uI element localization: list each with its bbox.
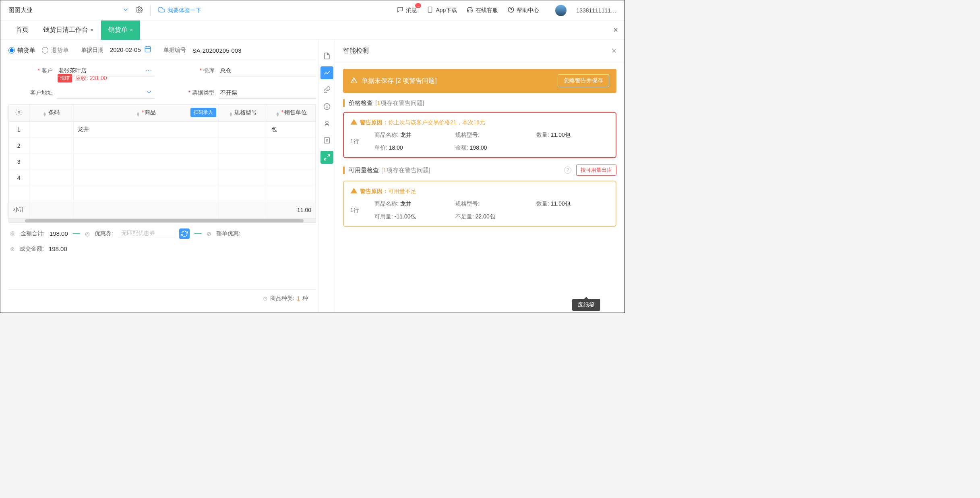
svg-line-13 [327,154,329,156]
minus-icon: — [194,229,202,238]
check-icon[interactable] [320,66,333,79]
ship-by-available-button[interactable]: 按可用量出库 [576,165,616,176]
yen-icon: ㊎ [10,230,16,237]
tab-home[interactable]: 首页 [8,21,36,40]
sort-icon: ▲▼ [276,112,280,117]
doc-icon[interactable] [320,49,333,62]
radio-sales[interactable]: 销货单 [8,47,35,54]
app-download-link[interactable]: App下载 [427,6,457,14]
date-input[interactable]: 2020-02-05 [110,45,151,55]
svg-rect-5 [145,47,151,52]
trash-button[interactable]: 废纸篓 [572,299,600,311]
horizontal-scrollbar[interactable] [9,218,316,222]
warning-icon [350,118,358,127]
col-barcode[interactable]: ▲▼条码 [29,105,73,121]
side-toolbar [318,40,335,313]
svg-point-10 [324,104,330,110]
table-row[interactable]: 3 [9,154,316,170]
trial-link[interactable]: 我要体验一下 [158,6,201,14]
scan-button[interactable]: 扫码录入 [190,108,216,117]
close-icon[interactable]: × [612,46,616,56]
warehouse-input[interactable]: 总仓 [219,65,316,76]
mobile-icon [427,6,433,14]
svg-point-9 [18,111,20,113]
warning-card: 警告原因：你上次与该客户交易价格21，本次18元 1行 商品名称: 龙井 规格型… [343,112,616,158]
link-icon[interactable] [320,83,333,96]
footer-bar: ⊙ 商品种类: 1 种 [8,289,316,307]
col-unit[interactable]: ▲▼销售单位 [267,105,316,121]
gear-icon[interactable] [136,6,143,14]
svg-rect-1 [428,7,432,12]
username: 13381111111… [576,7,616,14]
doc-number: SA-20200205-003 [192,47,242,54]
warning-icon [350,76,358,85]
org-selector[interactable]: 图图大业 [8,6,129,14]
panel-title: 智能检测 [343,47,369,55]
discount-icon: ⊘ [207,230,211,237]
address-input[interactable] [57,87,154,99]
table-row[interactable]: 4 [9,170,316,186]
tabs-row: 首页 钱货日清工作台× 销货单× × [0,21,624,40]
table-row[interactable] [9,186,316,202]
invoice-input[interactable]: 不开票 [219,87,316,99]
minus-icon: — [73,229,80,238]
chat-icon [397,6,403,14]
inspection-panel: 智能检测 × 单据未保存 [2 项警告问题] 忽略警告并保存 价格检查 [1项存… [335,40,624,313]
customer-input[interactable]: 老张茶叶店··· [57,65,154,76]
close-icon[interactable]: × [130,27,133,33]
col-spec[interactable]: ▲▼规格型号 [219,105,267,121]
list-icon: ⊙ [263,295,268,302]
more-icon[interactable]: ··· [145,68,153,74]
section-stock-check: 可用量检查 [1项存在警告问题] [343,167,430,174]
sort-icon: ▲▼ [43,112,47,117]
calendar-icon [144,45,151,54]
warning-card: 警告原因：可用量不足 1行 商品名称: 龙井 规格型号: 数量: 11.00包 … [343,181,616,227]
svg-point-0 [139,9,141,11]
help-icon[interactable]: ? [564,167,571,174]
ignore-save-button[interactable]: 忽略警告并保存 [558,74,609,87]
deal-icon: ⊛ [10,246,15,252]
table-row[interactable]: 2 [9,138,316,154]
close-icon[interactable]: × [91,27,94,33]
help-link[interactable]: 帮助中心 [508,6,539,14]
customer-service-link[interactable]: 在线客服 [467,6,498,14]
top-links: 消息 App下载 在线客服 帮助中心 13381111111… [397,5,616,16]
svg-point-11 [326,121,328,123]
radio-return[interactable]: 退货单 [42,47,69,54]
svg-line-14 [324,158,326,160]
yen-icon[interactable] [320,134,333,147]
col-product[interactable]: ▲▼商品扫码录入 [73,105,219,121]
ticket-icon: ◎ [85,230,90,237]
chevron-down-icon [122,6,129,14]
org-name: 图图大业 [8,6,33,14]
topbar: 图图大业 我要体验一下 消息 App下载 在线客服 帮助中心 133811111… [0,0,624,21]
sales-form: 销货单 退货单 单据日期 2020-02-05 单据编号 SA-20200205… [0,40,318,313]
sort-icon: ▲▼ [136,112,140,117]
tab-sales[interactable]: 销货单× [101,21,141,40]
avatar[interactable] [555,5,566,16]
headset-icon [467,6,473,14]
coupon-input[interactable]: 无匹配优惠券 [118,229,174,238]
tab-dashboard[interactable]: 钱货日清工作台× [36,21,101,40]
divider [150,5,151,16]
sort-icon: ▲▼ [229,112,233,117]
gear-icon[interactable] [15,111,23,117]
chevron-down-icon [145,88,153,97]
refresh-button[interactable] [179,228,190,239]
close-all-icon[interactable]: × [613,25,618,35]
warning-banner: 单据未保存 [2 项警告问题] 忽略警告并保存 [343,69,616,93]
table-row[interactable]: 1龙井包 [9,121,316,138]
exchange-icon[interactable] [320,100,333,113]
user-icon[interactable] [320,117,333,130]
section-price-check: 价格检查 [1项存在警告问题] [343,99,616,107]
items-table: ▲▼条码 ▲▼商品扫码录入 ▲▼规格型号 ▲▼销售单位 1龙井包 2 3 4 [8,104,316,223]
messages-link[interactable]: 消息 [397,6,417,14]
help-icon [508,6,514,14]
cloud-icon [158,6,165,14]
warning-icon [350,187,358,195]
expand-icon[interactable] [320,151,333,164]
